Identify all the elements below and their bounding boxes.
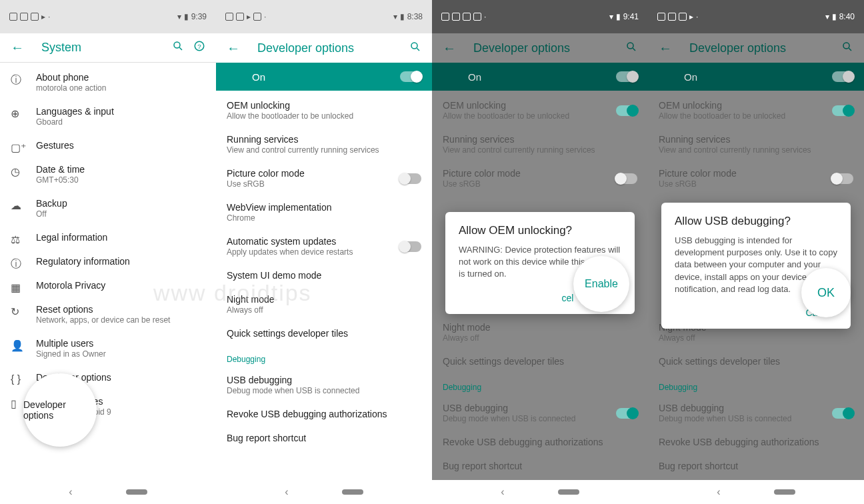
page-title: Developer options <box>257 41 400 55</box>
section-debugging: Debugging <box>432 373 648 396</box>
user-icon: 👤 <box>11 339 24 353</box>
list-item-backup[interactable]: ☁BackupOff <box>0 191 216 225</box>
svg-line-1 <box>179 47 182 50</box>
toggle-usb-debugging <box>616 408 637 419</box>
reset-icon: ↻ <box>11 305 24 319</box>
svg-point-6 <box>627 43 633 49</box>
back-icon[interactable]: ← <box>11 40 24 55</box>
item-oem-unlocking: OEM unlockingAllow the bootloader to be … <box>648 93 864 127</box>
search-icon[interactable] <box>841 41 853 56</box>
svg-point-4 <box>411 43 417 49</box>
svg-line-7 <box>633 48 635 51</box>
legal-icon: ⚖ <box>11 233 24 247</box>
on-bar: On <box>648 63 864 91</box>
svg-point-8 <box>843 43 849 49</box>
app-bar-system: ← System ? <box>0 33 216 63</box>
gesture-icon: ▢⁺ <box>11 141 24 155</box>
item-bug-report[interactable]: Bug report shortcut <box>216 426 432 450</box>
item-picture-color-mode: Picture color modeUse sRGB <box>432 161 648 195</box>
status-bar: ▸· ▾▮9:39 <box>0 0 216 33</box>
item-picture-color-mode: Picture color modeUse sRGB <box>648 161 864 195</box>
item-revoke-usb: Revoke USB debugging authorizations <box>432 430 648 454</box>
toggle-oem-unlocking <box>832 105 853 116</box>
nav-back-icon[interactable]: ‹ <box>285 486 288 498</box>
page-title: Developer options <box>689 41 832 55</box>
item-system-ui-demo[interactable]: System UI demo mode <box>216 263 432 287</box>
item-bug-report: Bug report shortcut <box>648 454 864 478</box>
svg-line-5 <box>417 48 419 51</box>
nav-home-pill[interactable] <box>126 489 147 495</box>
status-time: 9:39 <box>191 12 207 21</box>
item-picture-color-mode[interactable]: Picture color modeUse sRGB <box>216 161 432 195</box>
nav-home-pill[interactable] <box>774 489 795 495</box>
code-icon: { } <box>11 373 24 387</box>
page-title: Developer options <box>473 41 616 55</box>
toggle-usb-debugging <box>832 408 853 419</box>
search-icon[interactable] <box>172 40 184 55</box>
toggle-oem-unlocking <box>616 105 637 116</box>
list-item-motorola-privacy[interactable]: ▦Motorola Privacy <box>0 273 216 297</box>
toggle-dev-options[interactable] <box>400 71 421 82</box>
list-item-date-time[interactable]: ◷Date & timeGMT+05:30 <box>0 157 216 191</box>
section-debugging: Debugging <box>216 345 432 368</box>
toggle-picture-color[interactable] <box>400 173 421 184</box>
nav-back-icon[interactable]: ‹ <box>501 486 504 498</box>
list-item-reset[interactable]: ↻Reset optionsNetwork, apps, or device c… <box>0 297 216 331</box>
navigation-bar: ‹ ‹ ‹ ‹ <box>0 480 864 504</box>
status-time: 8:40 <box>839 12 855 21</box>
item-oem-unlocking[interactable]: OEM unlockingAllow the bootloader to be … <box>216 93 432 127</box>
item-webview[interactable]: WebView implementationChrome <box>216 195 432 229</box>
app-bar-dev: ← Developer options <box>216 33 432 63</box>
highlight-developer-options: Developer options <box>23 373 97 447</box>
item-running-services[interactable]: Running servicesView and control current… <box>216 127 432 161</box>
highlight-ok-button: OK <box>801 268 851 317</box>
info-icon: ⓘ <box>11 73 24 87</box>
back-icon[interactable]: ← <box>227 41 240 56</box>
back-icon[interactable]: ← <box>659 41 672 56</box>
on-bar[interactable]: On <box>216 63 432 91</box>
nav-back-icon[interactable]: ‹ <box>717 486 720 498</box>
search-icon[interactable] <box>409 41 421 56</box>
item-quick-settings-tiles: Quick settings developer tiles <box>432 349 648 373</box>
item-night-mode[interactable]: Night modeAlways off <box>216 287 432 321</box>
item-auto-system-updates[interactable]: Automatic system updatesApply updates wh… <box>216 229 432 263</box>
clock-icon: ◷ <box>11 165 24 179</box>
toggle-auto-updates[interactable] <box>400 241 421 252</box>
grid-icon: ▦ <box>11 281 24 295</box>
list-item-multiple-users[interactable]: 👤Multiple usersSigned in as Owner <box>0 331 216 365</box>
status-time: 9:41 <box>623 12 639 21</box>
item-quick-settings-tiles[interactable]: Quick settings developer tiles <box>216 321 432 345</box>
toggle-picture-color <box>832 173 853 184</box>
app-bar-dev: ← Developer options <box>432 33 648 63</box>
list-item-legal[interactable]: ⚖Legal information <box>0 225 216 249</box>
item-usb-debugging: USB debuggingDebug mode when USB is conn… <box>648 396 864 430</box>
item-oem-unlocking: OEM unlockingAllow the bootloader to be … <box>432 93 648 127</box>
svg-line-9 <box>849 48 851 51</box>
status-bar: ▸· ▾▮8:38 <box>216 0 432 33</box>
status-time: 8:38 <box>407 12 423 21</box>
item-running-services: Running servicesView and control current… <box>432 127 648 161</box>
item-revoke-usb[interactable]: Revoke USB debugging authorizations <box>216 402 432 426</box>
nav-home-pill[interactable] <box>558 489 579 495</box>
item-bug-report: Bug report shortcut <box>432 454 648 478</box>
toggle-picture-color <box>616 173 637 184</box>
item-running-services: Running servicesView and control current… <box>648 127 864 161</box>
status-bar: ▸· ▾▮8:40 <box>648 0 864 33</box>
item-usb-debugging[interactable]: USB debuggingDebug mode when USB is conn… <box>216 368 432 402</box>
search-icon[interactable] <box>625 41 637 56</box>
list-item-languages[interactable]: ⊕Languages & inputGboard <box>0 99 216 133</box>
help-icon[interactable]: ? <box>193 40 205 55</box>
app-bar-dev: ← Developer options <box>648 33 864 63</box>
svg-text:?: ? <box>197 43 201 50</box>
toggle-dev-options <box>616 71 637 82</box>
back-icon[interactable]: ← <box>443 41 456 56</box>
item-quick-settings-tiles: Quick settings developer tiles <box>648 349 864 373</box>
nav-home-pill[interactable] <box>342 489 363 495</box>
list-item-gestures[interactable]: ▢⁺Gestures <box>0 133 216 157</box>
list-item-regulatory[interactable]: ⓘRegulatory information <box>0 249 216 273</box>
item-night-mode: Night modeAlways off <box>432 315 648 349</box>
dev-list: OEM unlockingAllow the bootloader to be … <box>216 91 432 480</box>
nav-back-icon[interactable]: ‹ <box>69 486 72 498</box>
update-icon: ▯ <box>11 397 24 411</box>
list-item-about-phone[interactable]: ⓘAbout phonemotorola one action <box>0 65 216 99</box>
